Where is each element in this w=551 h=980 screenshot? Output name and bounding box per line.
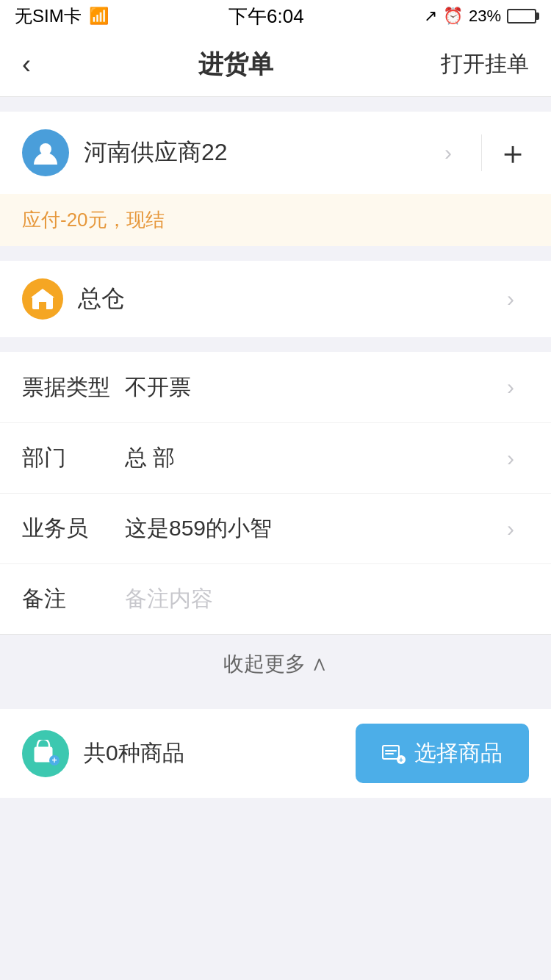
dept-label: 部门 bbox=[22, 443, 110, 473]
select-product-label: 选择商品 bbox=[414, 738, 503, 768]
battery-pct-label: 23% bbox=[469, 7, 501, 26]
add-supplier-button[interactable]: ＋ bbox=[497, 137, 529, 169]
salesman-label: 业务员 bbox=[22, 514, 110, 544]
product-bar: + 共0种商品 + 选择商品 bbox=[0, 709, 551, 798]
warehouse-section: 总仓 › bbox=[0, 261, 551, 337]
remark-row[interactable]: 备注 备注内容 bbox=[0, 563, 551, 634]
product-icon-wrap: + bbox=[22, 730, 69, 777]
page-title: 进货单 bbox=[198, 48, 273, 82]
collapse-label: 收起更多 ∧ bbox=[223, 650, 328, 678]
invoice-label: 票据类型 bbox=[22, 372, 110, 403]
section-gap-3 bbox=[0, 337, 551, 352]
svg-rect-3 bbox=[39, 302, 46, 309]
battery-icon bbox=[507, 9, 536, 24]
supplier-name: 河南供应商22 bbox=[84, 137, 444, 169]
alarm-icon: ⏰ bbox=[443, 7, 463, 26]
salesman-chevron-icon: › bbox=[507, 516, 514, 541]
warehouse-row[interactable]: 总仓 › bbox=[0, 261, 551, 337]
svg-text:+: + bbox=[399, 756, 403, 764]
dept-chevron-icon: › bbox=[507, 446, 514, 471]
back-button[interactable]: ‹ bbox=[22, 49, 31, 80]
time-label: 下午6:04 bbox=[228, 4, 304, 29]
svg-rect-7 bbox=[383, 746, 399, 759]
status-right: ↗ ⏰ 23% bbox=[424, 7, 536, 26]
invoice-value: 不开票 bbox=[110, 372, 507, 403]
section-gap-1 bbox=[0, 97, 551, 112]
status-left: 无SIM卡 📶 bbox=[15, 4, 109, 28]
select-product-button[interactable]: + 选择商品 bbox=[356, 724, 529, 783]
wifi-icon: 📶 bbox=[89, 7, 109, 26]
section-gap-2 bbox=[0, 246, 551, 261]
warehouse-icon-wrap bbox=[22, 278, 63, 320]
carrier-label: 无SIM卡 bbox=[15, 4, 82, 28]
supplier-chevron-icon: › bbox=[444, 140, 452, 165]
svg-marker-2 bbox=[31, 289, 54, 298]
select-product-icon: + bbox=[382, 743, 406, 764]
invoice-row[interactable]: 票据类型 不开票 › bbox=[0, 352, 551, 422]
location-icon: ↗ bbox=[424, 7, 437, 26]
salesman-value: 这是859的小智 bbox=[110, 514, 507, 544]
dept-value: 总 部 bbox=[110, 443, 507, 473]
avatar bbox=[22, 129, 69, 176]
remark-label: 备注 bbox=[22, 584, 110, 614]
open-pending-button[interactable]: 打开挂单 bbox=[441, 49, 529, 79]
warehouse-icon bbox=[29, 286, 56, 312]
notice-text: 应付-20元，现结 bbox=[22, 209, 165, 231]
notice-banner: 应付-20元，现结 bbox=[0, 194, 551, 246]
form-section: 票据类型 不开票 › 部门 总 部 › 业务员 这是859的小智 › 备注 备注… bbox=[0, 352, 551, 693]
section-gap-4 bbox=[0, 693, 551, 707]
supplier-row[interactable]: 河南供应商22 › ＋ bbox=[0, 112, 551, 194]
remark-input[interactable]: 备注内容 bbox=[110, 584, 529, 614]
divider bbox=[481, 134, 482, 171]
warehouse-name: 总仓 bbox=[78, 283, 507, 315]
product-icon: + bbox=[32, 740, 60, 768]
status-bar: 无SIM卡 📶 下午6:04 ↗ ⏰ 23% bbox=[0, 0, 551, 32]
product-count-label: 共0种商品 bbox=[84, 738, 356, 768]
salesman-row[interactable]: 业务员 这是859的小智 › bbox=[0, 493, 551, 563]
warehouse-chevron-icon: › bbox=[507, 287, 514, 311]
svg-text:+: + bbox=[51, 755, 57, 765]
supplier-section: 河南供应商22 › ＋ 应付-20元，现结 bbox=[0, 112, 551, 246]
nav-bar: ‹ 进货单 打开挂单 bbox=[0, 32, 551, 97]
dept-row[interactable]: 部门 总 部 › bbox=[0, 422, 551, 493]
invoice-chevron-icon: › bbox=[507, 375, 514, 400]
collapse-button[interactable]: 收起更多 ∧ bbox=[0, 634, 551, 693]
person-icon bbox=[31, 138, 60, 167]
